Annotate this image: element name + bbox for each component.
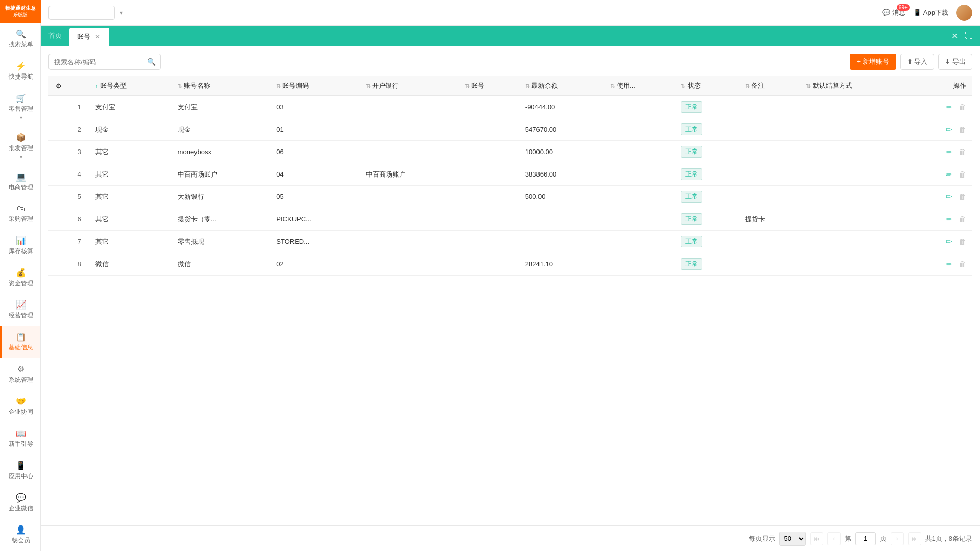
page-number-input[interactable] bbox=[855, 532, 876, 545]
col-settings[interactable]: ⚙ bbox=[48, 76, 69, 96]
edit-button[interactable]: ✏ bbox=[946, 147, 952, 156]
edit-button[interactable]: ✏ bbox=[946, 125, 952, 134]
table-row: 8 微信 微信 02 28241.10 正常 ✏ 🗑 bbox=[48, 253, 972, 276]
main-area: ▾ 💬 消息 99+ 📱 App下载 首页账号✕ ✕ ⛶ 🔍 bbox=[41, 0, 980, 551]
cell-usage bbox=[604, 253, 675, 276]
cell-action: ✏ 🗑 bbox=[911, 208, 972, 231]
page-size-select[interactable]: 102050100 bbox=[779, 532, 806, 546]
delete-button[interactable]: 🗑 bbox=[959, 147, 966, 156]
import-button[interactable]: ⬆ 导入 bbox=[900, 54, 935, 70]
sidebar-item-retail[interactable]: 🛒 零售管理 ▾ bbox=[0, 87, 40, 127]
topbar-app-download[interactable]: 📱 App下载 bbox=[913, 8, 948, 17]
col-remark[interactable]: 备注 bbox=[739, 76, 800, 96]
topbar-message-button[interactable]: 💬 消息 99+ bbox=[882, 8, 905, 17]
col-code[interactable]: 账号编码 bbox=[270, 76, 360, 96]
cell-name: 中百商场账户 bbox=[172, 163, 271, 186]
sidebar-arrow-wholesale: ▾ bbox=[20, 154, 22, 160]
edit-button[interactable]: ✏ bbox=[946, 215, 952, 223]
page-size-label: 每页显示 bbox=[749, 534, 775, 543]
sidebar-item-system[interactable]: ⚙ 系统管理 bbox=[0, 358, 40, 390]
table-row: 4 其它 中百商场账户 04 中百商场账户 383866.00 正常 ✏ 🗑 bbox=[48, 163, 972, 186]
edit-button[interactable]: ✏ bbox=[946, 170, 952, 179]
col-name[interactable]: 账号名称 bbox=[172, 76, 271, 96]
sidebar-item-search[interactable]: 🔍 搜索菜单 bbox=[0, 23, 40, 55]
tab-home[interactable]: 首页 bbox=[41, 26, 69, 46]
cell-usage bbox=[604, 186, 675, 208]
cell-status: 正常 bbox=[675, 118, 739, 141]
search-box: 🔍 bbox=[48, 54, 161, 70]
tab-fullscreen-icon[interactable]: ⛶ bbox=[963, 29, 975, 42]
col-balance[interactable]: 最新余额 bbox=[519, 76, 604, 96]
tab-close-account[interactable]: ✕ bbox=[93, 32, 102, 41]
edit-button[interactable]: ✏ bbox=[946, 103, 952, 111]
tab-label-account: 账号 bbox=[77, 32, 90, 41]
tab-close-all-icon[interactable]: ✕ bbox=[949, 29, 960, 43]
sidebar-item-wholesale[interactable]: 📦 批发管理 ▾ bbox=[0, 127, 40, 166]
edit-button[interactable]: ✏ bbox=[946, 260, 952, 268]
col-bank[interactable]: 开户银行 bbox=[360, 76, 459, 96]
cell-action: ✏ 🗑 bbox=[911, 96, 972, 118]
export-button[interactable]: ⬇ 导出 bbox=[938, 54, 972, 70]
toolbar-right: + 新增账号 ⬆ 导入 ⬇ 导出 bbox=[850, 54, 972, 70]
page-last-button[interactable]: ⏭ bbox=[908, 532, 921, 545]
sidebar-item-guide[interactable]: 📖 新手引导 bbox=[0, 422, 40, 455]
cell-account bbox=[459, 208, 519, 231]
tab-account[interactable]: 账号✕ bbox=[69, 28, 109, 46]
sidebar-item-operations[interactable]: 📈 经营管理 bbox=[0, 294, 40, 326]
cell-bank bbox=[360, 186, 459, 208]
topbar-search-input[interactable] bbox=[48, 6, 115, 20]
sidebar-item-ecommerce[interactable]: 💻 电商管理 bbox=[0, 166, 40, 198]
col-account[interactable]: 账号 bbox=[459, 76, 519, 96]
topbar: ▾ 💬 消息 99+ 📱 App下载 bbox=[41, 0, 980, 26]
sidebar-label-wechat: 企业微信 bbox=[9, 504, 33, 513]
sidebar-item-enterprise[interactable]: 🤝 企业协同 bbox=[0, 390, 40, 422]
sidebar-item-purchase[interactable]: 🛍 采购管理 bbox=[0, 198, 40, 230]
sidebar-item-inventory[interactable]: 📊 库存核算 bbox=[0, 230, 40, 262]
user-avatar[interactable] bbox=[956, 5, 972, 21]
sidebar-label-operations: 经营管理 bbox=[9, 311, 33, 320]
delete-button[interactable]: 🗑 bbox=[959, 260, 966, 268]
sidebar-item-wechat[interactable]: 💬 企业微信 bbox=[0, 487, 40, 519]
page-next-button[interactable]: › bbox=[891, 532, 904, 545]
add-account-button[interactable]: + 新增账号 bbox=[850, 54, 896, 70]
edit-button[interactable]: ✏ bbox=[946, 237, 952, 246]
cell-settings bbox=[48, 141, 69, 163]
cell-remark bbox=[739, 141, 800, 163]
search-icon: 🔍 bbox=[147, 58, 156, 66]
delete-button[interactable]: 🗑 bbox=[959, 170, 966, 179]
sidebar-item-apps[interactable]: 📱 应用中心 bbox=[0, 455, 40, 487]
sidebar-label-finance: 资金管理 bbox=[9, 279, 33, 288]
app-download-icon: 📱 bbox=[913, 9, 921, 16]
delete-button[interactable]: 🗑 bbox=[959, 215, 966, 223]
sidebar-icon-wechat: 💬 bbox=[16, 493, 26, 503]
cell-code: 04 bbox=[270, 163, 360, 186]
sidebar-item-finance[interactable]: 💰 资金管理 bbox=[0, 262, 40, 294]
col-default-payment[interactable]: 默认结算方式 bbox=[800, 76, 911, 96]
delete-button[interactable]: 🗑 bbox=[959, 103, 966, 111]
sidebar-item-shortcut[interactable]: ⚡ 快捷导航 bbox=[0, 55, 40, 87]
topbar-chevron-icon[interactable]: ▾ bbox=[120, 9, 123, 16]
app-name: 畅捷通财生意 bbox=[5, 5, 36, 12]
cell-settings bbox=[48, 208, 69, 231]
edit-button[interactable]: ✏ bbox=[946, 192, 952, 201]
account-search-input[interactable] bbox=[48, 54, 161, 70]
col-usage[interactable]: 使用... bbox=[604, 76, 675, 96]
sidebar-item-basic[interactable]: 📋 基础信息 bbox=[0, 326, 40, 358]
cell-default-payment bbox=[800, 163, 911, 186]
tabbar-actions: ✕ ⛶ bbox=[949, 29, 980, 43]
status-badge: 正常 bbox=[681, 213, 702, 225]
status-badge: 正常 bbox=[681, 146, 702, 158]
col-type[interactable]: 账号类型 bbox=[89, 76, 172, 96]
cell-name: 现金 bbox=[172, 118, 271, 141]
cell-account bbox=[459, 186, 519, 208]
content-area: 🔍 + 新增账号 ⬆ 导入 ⬇ 导出 ⚙ 账号类型 账号名称 账号编码 开户 bbox=[41, 46, 980, 525]
delete-button[interactable]: 🗑 bbox=[959, 192, 966, 201]
sidebar-label-ecommerce: 电商管理 bbox=[9, 183, 33, 192]
col-status[interactable]: 状态 bbox=[675, 76, 739, 96]
sidebar-item-member[interactable]: 👤 畅会员 bbox=[0, 519, 40, 551]
delete-button[interactable]: 🗑 bbox=[959, 237, 966, 246]
page-first-button[interactable]: ⏮ bbox=[810, 532, 823, 545]
page-prev-button[interactable]: ‹ bbox=[827, 532, 841, 545]
status-badge: 正常 bbox=[681, 258, 702, 270]
delete-button[interactable]: 🗑 bbox=[959, 125, 966, 134]
